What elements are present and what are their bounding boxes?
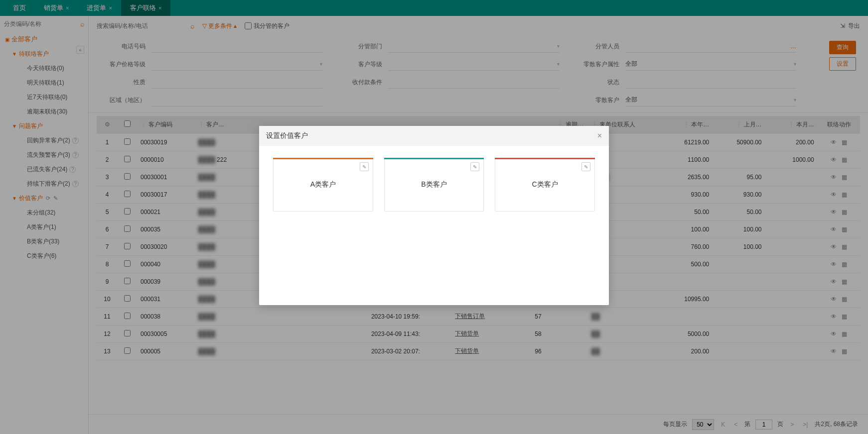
card-label: A类客户 — [310, 180, 336, 189]
edit-icon[interactable]: ✎ — [581, 162, 590, 171]
modal-title: 设置价值客户 — [266, 131, 308, 140]
edit-icon[interactable]: ✎ — [360, 162, 369, 171]
card-label: C类客户 — [532, 180, 558, 189]
card-label: B类客户 — [421, 180, 446, 189]
value-customer-modal: 设置价值客户 × ✎A类客户 ✎B类客户 ✎C类客户 — [259, 126, 609, 305]
modal-close-button[interactable]: × — [597, 131, 602, 140]
class-b-card[interactable]: ✎B类客户 — [384, 158, 484, 212]
class-c-card[interactable]: ✎C类客户 — [495, 158, 595, 212]
edit-icon[interactable]: ✎ — [470, 162, 479, 171]
class-a-card[interactable]: ✎A类客户 — [273, 158, 373, 212]
